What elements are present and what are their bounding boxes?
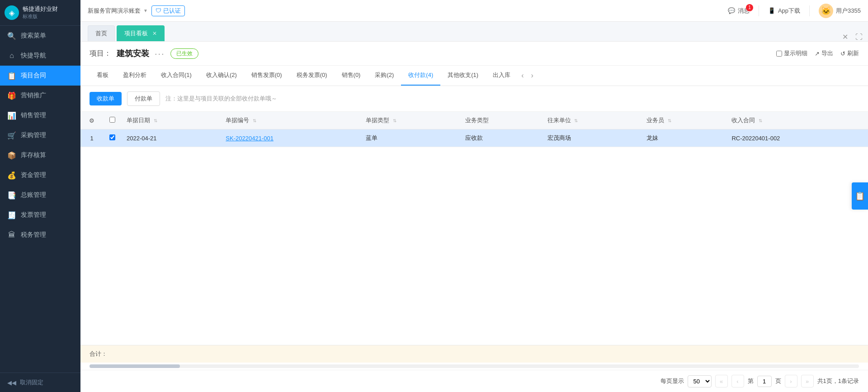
per-page-select[interactable]: 50: [688, 375, 712, 387]
sidebar-item-label: 快捷导航: [21, 52, 46, 60]
money-icon: 💰: [7, 171, 16, 180]
sidebar-header: ◈ 畅捷通好业财 标准版: [0, 0, 80, 26]
cell-income-contract: RC-20220401-002: [726, 129, 868, 147]
table-row[interactable]: 1 2022-04-21 SK-20220421-001 蓝单 应收款 宏茂商场…: [80, 129, 868, 147]
sub-tab-profit[interactable]: 盈利分析: [116, 66, 154, 86]
cell-partner: 宏茂商场: [542, 129, 641, 147]
project-more-button[interactable]: ···: [155, 48, 165, 59]
sidebar-item-purchase[interactable]: 🛒 采购管理: [0, 125, 80, 145]
sidebar-item-label: 发票管理: [21, 211, 46, 219]
sub-tab-collection[interactable]: 收付款(4): [401, 66, 440, 86]
sort-icon4: ⇅: [574, 118, 578, 123]
message-button[interactable]: 💬 消息 1: [728, 7, 750, 15]
sidebar-item-tax[interactable]: 🏛 税务管理: [0, 225, 80, 245]
page-content: 项目： 建筑安装 ··· 已生效 显示明细 ↗ 导出 ↺ 刷新: [80, 42, 868, 392]
scroll-bar-area: [80, 363, 868, 370]
prev-page-button[interactable]: ‹: [731, 375, 744, 387]
user-menu[interactable]: 🐱 用户3355: [819, 4, 861, 18]
message-badge: 1: [746, 4, 753, 11]
shield-icon: 🛡: [156, 7, 161, 14]
first-page-button[interactable]: «: [715, 375, 728, 387]
payment-bill-button[interactable]: 付款单: [127, 91, 160, 106]
sidebar-footer-label: 取消固定: [20, 378, 43, 387]
topbar-divider: [759, 5, 759, 16]
tab-project-board[interactable]: 项目看板 ✕: [117, 25, 165, 41]
scroll-track: [90, 364, 859, 368]
ledger-icon: 📑: [7, 191, 16, 200]
cart-icon: 🛒: [7, 131, 16, 140]
sidebar-item-quicknav[interactable]: ⌂ 快捷导航: [0, 46, 80, 66]
floating-action-button[interactable]: 📋: [852, 182, 868, 210]
sidebar-item-ledger[interactable]: 📑 总账管理: [0, 185, 80, 205]
sub-tab-tax-invoice[interactable]: 税务发票(0): [289, 66, 335, 86]
sidebar-scroll: 🔍 搜索菜单 ⌂ 快捷导航 📋 项目合同 🎁 营销推广 📊 销售管理 🛒 采购管…: [0, 26, 80, 373]
sidebar: ◈ 畅捷通好业财 标准版 🔍 搜索菜单 ⌂ 快捷导航 📋 项目合同 🎁 营销推广…: [0, 0, 80, 392]
search-icon: 🔍: [7, 31, 16, 40]
sidebar-item-project[interactable]: 📋 项目合同: [0, 66, 80, 86]
cell-type: 蓝单: [360, 129, 459, 147]
cell-number[interactable]: SK-20220421-001: [220, 129, 360, 147]
show-detail-checkbox[interactable]: 显示明细: [776, 49, 807, 57]
window-close-button[interactable]: ✕: [840, 33, 850, 41]
window-maximize-button[interactable]: ⛶: [854, 33, 864, 41]
sub-tab-sales[interactable]: 销售(0): [335, 66, 368, 86]
sidebar-item-invoice[interactable]: 🧾 发票管理: [0, 205, 80, 225]
box-icon: 📦: [7, 151, 16, 160]
refresh-label: 刷新: [847, 49, 859, 57]
sub-tabs: 看板 盈利分析 收入合同(1) 收入确认(2) 销售发票(0) 税务发票(0) …: [80, 66, 868, 86]
account-name: 新服务官网演示账套: [88, 7, 141, 15]
refresh-icon: ↺: [840, 50, 845, 57]
app-download-button[interactable]: 📱 App下载: [768, 7, 800, 15]
export-label: 导出: [821, 49, 833, 57]
topbar-right: 💬 消息 1 📱 App下载 🐱 用户3355: [728, 4, 861, 18]
sub-tab-other-income[interactable]: 其他收支(1): [440, 66, 486, 86]
chevron-down-icon: ▼: [143, 8, 148, 13]
sort-icon3: ⇅: [393, 118, 396, 123]
total-pages-info: 共1页，1条记录: [817, 377, 859, 385]
col-header-date[interactable]: 单据日期 ⇅: [121, 112, 220, 129]
sidebar-item-sales[interactable]: 📊 销售管理: [0, 105, 80, 125]
content-area: 首页 项目看板 ✕ ✕ ⛶ 项目： 建筑安装 ··· 已生效: [80, 22, 868, 392]
col-header-income-contract[interactable]: 收入合同 ⇅: [726, 112, 868, 129]
sidebar-item-search[interactable]: 🔍 搜索菜单: [0, 26, 80, 46]
sub-tab-purchase[interactable]: 采购(2): [368, 66, 401, 86]
sidebar-item-marketing[interactable]: 🎁 营销推广: [0, 86, 80, 105]
tab-home[interactable]: 首页: [88, 25, 115, 41]
next-page-button[interactable]: ›: [785, 375, 797, 387]
sidebar-item-label: 销售管理: [21, 111, 46, 120]
account-selector[interactable]: 新服务官网演示账套 ▼: [88, 7, 148, 15]
sub-tab-revenue-contract[interactable]: 收入合同(1): [154, 66, 199, 86]
chart-icon: 📊: [7, 111, 16, 120]
sub-tabs-left-arrow[interactable]: ‹: [518, 72, 527, 80]
select-all-checkbox[interactable]: [109, 117, 115, 123]
gear-icon[interactable]: ⚙: [89, 117, 94, 124]
table-header-row: ⚙ 单据日期 ⇅ 单据编号 ⇅: [80, 112, 868, 129]
sub-tab-revenue-confirm[interactable]: 收入确认(2): [199, 66, 244, 86]
sub-tabs-right-arrow[interactable]: ›: [527, 72, 537, 80]
sub-tab-kanban[interactable]: 看板: [90, 66, 116, 86]
export-button[interactable]: ↗ 导出: [815, 49, 833, 57]
avatar: 🐱: [819, 4, 833, 18]
sidebar-item-label: 搜索菜单: [21, 32, 46, 40]
sidebar-unpin-button[interactable]: ◀◀ 取消固定: [0, 373, 80, 392]
col-header-number[interactable]: 单据编号 ⇅: [220, 112, 360, 129]
topbar-left: 新服务官网演示账套 ▼ 🛡 已认证: [88, 5, 721, 16]
scroll-thumb[interactable]: [90, 364, 180, 368]
sidebar-item-finance[interactable]: 💰 资金管理: [0, 165, 80, 185]
sub-tab-sales-invoice[interactable]: 销售发票(0): [244, 66, 289, 86]
col-header-partner[interactable]: 往来单位 ⇅: [542, 112, 641, 129]
sub-tab-in-out[interactable]: 出入库: [486, 66, 518, 86]
col-header-type[interactable]: 单据类型 ⇅: [360, 112, 459, 129]
page-number-input[interactable]: [757, 376, 772, 387]
row-checkbox[interactable]: [109, 134, 115, 140]
refresh-button[interactable]: ↺ 刷新: [840, 49, 859, 57]
sidebar-item-label: 税务管理: [21, 231, 46, 239]
show-detail-input[interactable]: [776, 51, 782, 57]
last-page-button[interactable]: »: [801, 375, 814, 387]
sidebar-item-inventory[interactable]: 📦 库存核算: [0, 145, 80, 165]
tab-close-icon[interactable]: ✕: [152, 30, 157, 37]
col-header-salesman[interactable]: 业务员 ⇅: [641, 112, 726, 129]
table-container[interactable]: ⚙ 单据日期 ⇅ 单据编号 ⇅: [80, 112, 868, 345]
page-prefix-label: 第: [748, 377, 754, 385]
collection-bill-button[interactable]: 收款单: [90, 92, 122, 105]
